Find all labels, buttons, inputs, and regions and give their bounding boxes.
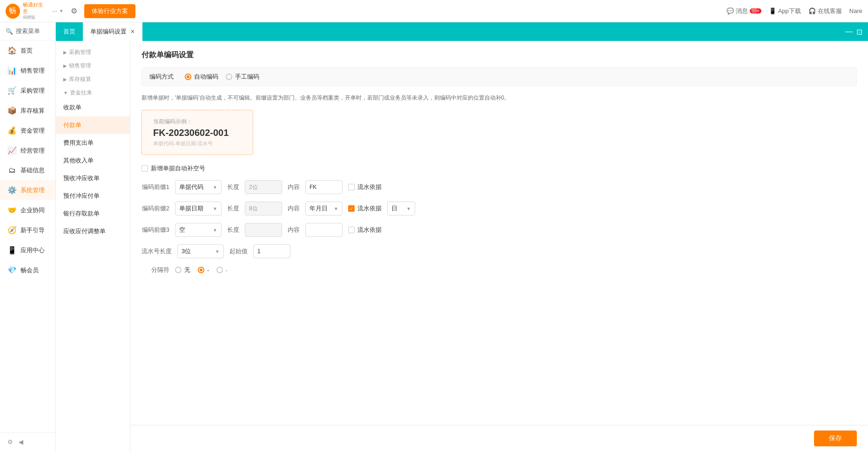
sep-dot-circle <box>216 267 223 273</box>
prefix3-serial-checkbox[interactable]: 流水依据 <box>348 226 382 234</box>
prefix2-serial-checkbox[interactable]: ✓ 流水依据 <box>348 204 382 213</box>
prefix2-serial-checkbox-checked[interactable]: ✓ <box>348 205 355 212</box>
sidebar-item-sales[interactable]: 📊 销售管理 <box>0 61 55 81</box>
sep-dash-radio[interactable]: - <box>198 267 209 274</box>
auto-code-radio[interactable]: 自动编码 <box>185 73 218 81</box>
tab-code-settings[interactable]: 单据编码设置 ✕ <box>83 22 142 41</box>
settings-button[interactable]: ⚙ <box>67 5 81 18</box>
sub-menu-group-sales[interactable]: ▶ 销售管理 <box>56 58 130 72</box>
prefix2-select[interactable]: 单据日期 ▼ <box>175 202 222 215</box>
chevron-down-icon: ▼ <box>59 8 64 13</box>
prefix2-content-select[interactable]: 年月日 ▼ <box>305 202 343 215</box>
content-area: ▶ 采购管理 ▶ 销售管理 ▶ 库存核算 ▼ 资金往来 收款单 付款单 <box>56 41 868 451</box>
prefix3-serial-checkbox-box[interactable] <box>348 227 355 233</box>
start-value-input[interactable] <box>253 244 290 258</box>
home-icon: 🏠 <box>7 46 17 55</box>
expand-icon: ▶ <box>63 50 67 55</box>
nav-dropdown[interactable]: ··· ▼ <box>52 7 64 14</box>
sub-menu-receipt-label: 收款单 <box>63 103 81 112</box>
prefix1-serial-checkbox[interactable]: 流水依据 <box>348 183 382 191</box>
user-name[interactable]: Nare <box>849 7 862 14</box>
sub-menu-item-advance-payable[interactable]: 预付冲应付单 <box>56 187 130 205</box>
prefix3-serial-label: 流水依据 <box>357 226 382 234</box>
app-download-label: App下载 <box>778 7 801 15</box>
tab-bar: 首页 单据编码设置 ✕ — ⊡ <box>56 22 868 41</box>
save-button[interactable]: 保存 <box>814 431 857 446</box>
serial-row: 流水号长度 3位 ▼ 起始值 <box>141 244 857 258</box>
tab-close-icon[interactable]: ✕ <box>130 28 135 35</box>
prefix1-content-input[interactable] <box>305 180 343 194</box>
expand-icon-down: ▼ <box>63 90 68 95</box>
sub-menu-group-finance[interactable]: ▼ 资金往来 <box>56 85 130 99</box>
sub-menu-payment-label: 付款单 <box>63 121 81 129</box>
sub-sidebar: ▶ 采购管理 ▶ 销售管理 ▶ 库存核算 ▼ 资金往来 收款单 付款单 <box>56 41 130 451</box>
tab-minimize-icon[interactable]: — <box>845 27 853 36</box>
message-button[interactable]: 💬 消息 99+ <box>727 7 761 15</box>
code-preview-value: FK-20230602-001 <box>153 128 242 138</box>
serial-length-select[interactable]: 3位 ▼ <box>177 244 224 258</box>
sub-menu-item-adjustment[interactable]: 应收应付调整单 <box>56 222 130 240</box>
sidebar-item-enterprise[interactable]: 🤝 企业协同 <box>0 200 55 220</box>
sub-menu-purchase-label: 采购管理 <box>69 48 91 56</box>
page-title: 付款单编码设置 <box>141 50 857 60</box>
prefix2-content-dropdown-icon: ▼ <box>334 206 338 211</box>
sep-dash-label: - <box>207 267 209 274</box>
separator-row: 分隔符 无 - · <box>141 266 857 274</box>
prefix1-select-value: 单据代码 <box>179 183 203 191</box>
sub-menu-advance-receivable-label: 预收冲应收单 <box>63 174 100 182</box>
tab-expand-icon[interactable]: ⊡ <box>856 27 862 36</box>
tab-home[interactable]: 首页 <box>56 22 83 41</box>
online-service-label: 在线客服 <box>818 7 842 15</box>
sidebar-item-finance[interactable]: 💰 资金管理 <box>0 121 55 141</box>
sidebar-item-inventory[interactable]: 📦 库存核算 <box>0 101 55 121</box>
online-service-button[interactable]: 🎧 在线客服 <box>808 7 842 15</box>
code-preview-sublabel: 单据代码-单据日期-流水号 <box>153 140 242 147</box>
sidebar-item-operations[interactable]: 📈 经营管理 <box>0 141 55 161</box>
prefix1-serial-checkbox-box[interactable] <box>348 184 355 190</box>
sep-none-radio[interactable]: 无 <box>175 266 190 274</box>
sales-icon: 📊 <box>7 66 17 75</box>
prefix1-select[interactable]: 单据代码 ▼ <box>175 180 222 194</box>
sidebar-item-guide[interactable]: 🧭 新手引导 <box>0 220 55 240</box>
top-bar-left: 畅 畅通好生意 捐赠版 ··· ▼ ⚙ 体验行业方案 <box>6 3 135 20</box>
sub-menu-item-advance-receivable[interactable]: 预收冲应收单 <box>56 169 130 187</box>
sidebar-settings-icon[interactable]: ⚙ <box>7 438 13 445</box>
sidebar-collapse-icon[interactable]: ◀ <box>19 438 23 445</box>
sidebar-item-purchase[interactable]: 🛒 采购管理 <box>0 81 55 101</box>
trial-button[interactable]: 体验行业方案 <box>84 4 135 18</box>
sub-menu-item-receipt[interactable]: 收款单 <box>56 99 130 116</box>
sidebar-item-system[interactable]: ⚙️ 系统管理 <box>0 180 55 200</box>
prefix3-select[interactable]: 空 ▼ <box>175 223 222 237</box>
manual-code-radio-circle <box>226 74 232 80</box>
sidebar-item-apps[interactable]: 📱 应用中心 <box>0 240 55 260</box>
sub-menu-item-bank-deposit[interactable]: 银行存取款单 <box>56 205 130 222</box>
enterprise-icon: 🤝 <box>7 206 17 215</box>
prefix1-serial-label: 流水依据 <box>357 183 382 191</box>
prefix2-unit-select[interactable]: 日 ▼ <box>387 202 415 215</box>
app-download-button[interactable]: 📱 App下载 <box>769 7 801 15</box>
guide-icon: 🧭 <box>7 226 17 235</box>
auto-code-radio-circle <box>185 74 191 80</box>
serial-length-dropdown-icon: ▼ <box>215 249 220 254</box>
prefix2-dropdown-icon: ▼ <box>213 206 217 211</box>
sidebar-item-member[interactable]: 💎 畅会员 <box>0 260 55 280</box>
sidebar-item-basic[interactable]: 🗂 基础信息 <box>0 161 55 180</box>
prefix2-unit-dropdown-icon: ▼ <box>406 206 411 211</box>
sub-menu-item-other-income[interactable]: 其他收入单 <box>56 152 130 169</box>
auto-code-label: 自动编码 <box>194 73 218 81</box>
prefix3-content-input[interactable] <box>305 223 343 237</box>
sub-menu-item-payment[interactable]: 付款单 <box>56 116 130 134</box>
sub-menu-group-purchase[interactable]: ▶ 采购管理 <box>56 45 130 58</box>
sub-menu-inventory-label: 库存核算 <box>69 75 91 83</box>
sep-dot-radio[interactable]: · <box>216 267 228 274</box>
phone-icon: 📱 <box>769 7 776 14</box>
manual-code-radio[interactable]: 手工编码 <box>226 73 259 81</box>
sub-menu-group-inventory[interactable]: ▶ 库存核算 <box>56 72 130 85</box>
sidebar-item-operations-label: 经营管理 <box>20 147 45 155</box>
auto-fill-checkbox[interactable] <box>141 165 148 172</box>
sidebar-search[interactable]: 🔍 搜索菜单 <box>0 22 55 40</box>
encoding-radio-group: 自动编码 手工编码 <box>185 73 259 81</box>
logo-app-name: 畅通好生意 <box>23 1 47 15</box>
sidebar-item-home[interactable]: 🏠 首页 <box>0 40 55 61</box>
sub-menu-item-expense[interactable]: 费用支出单 <box>56 134 130 152</box>
